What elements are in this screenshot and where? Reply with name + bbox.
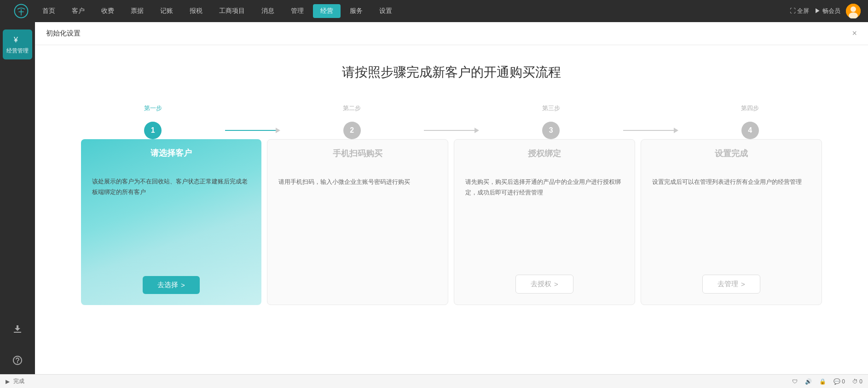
step3-label: 第三步	[542, 104, 560, 112]
sidebar-item-label: 经营管理	[6, 47, 29, 55]
chat-icon: 💬 0	[833, 378, 845, 385]
lock-icon: 🔒	[819, 378, 826, 385]
sidebar-bottom	[3, 319, 32, 374]
step1-card: 请选择客户 该处展示的客户为不在回收站、客户状态正常建账后完成老板端绑定的所有客…	[81, 139, 261, 305]
steps-area: 第一步 第二步 第三步 第四步 1	[53, 104, 850, 139]
step4-bubble: 4	[741, 122, 759, 139]
nav-items: 首页 客户 收费 票据 记账 报税 工商项目 消息 管理 经营 服务 设置	[35, 4, 790, 18]
page-title: 初始化设置	[46, 29, 81, 38]
volume-icon: 🔊	[805, 378, 812, 385]
step-bubbles-row: 1 2 3	[81, 122, 822, 139]
step4-card-footer: 去管理 >	[641, 275, 822, 294]
step3-action-btn[interactable]: 去授权 >	[515, 275, 573, 294]
step3-card-footer: 去授权 >	[454, 275, 635, 294]
nav-business[interactable]: 工商项目	[212, 4, 252, 18]
nav-tax[interactable]: 报税	[182, 4, 210, 18]
sidebar-support[interactable]	[3, 350, 32, 372]
time-icon: ⏱ 0	[852, 378, 862, 385]
nav-bill[interactable]: 票据	[123, 4, 151, 18]
step-cards: 请选择客户 该处展示的客户为不在回收站、客户状态正常建账后完成老板端绑定的所有客…	[53, 139, 850, 305]
sidebar-download[interactable]	[3, 319, 32, 341]
step1-card-body: 该处展示的客户为不在回收站、客户状态正常建账后完成老板端绑定的所有客户	[81, 167, 261, 207]
step4-card-body: 设置完成后可以在管理列表进行所有企业用户的经营管理	[641, 167, 822, 196]
sidebar-item-operation[interactable]: ¥ 经营管理	[3, 29, 32, 59]
nav-operation[interactable]: 经营	[313, 4, 341, 18]
svg-point-2	[851, 6, 856, 12]
step4-card-title: 设置完成	[641, 140, 822, 167]
step-labels-row: 第一步 第二步 第三步 第四步	[81, 104, 822, 117]
wizard-container: 请按照步骤完成新客户的开通购买流程 第一步 第二步 第三步 第四步	[35, 45, 868, 314]
right-status-area: 🛡 🔊 🔒 💬 0 ⏱ 0	[792, 378, 862, 385]
top-nav: 首页 客户 收费 票据 记账 报税 工商项目 消息 管理 经营 服务 设置 ⛶ …	[0, 0, 868, 22]
nav-service[interactable]: 服务	[342, 4, 370, 18]
step4-action-btn[interactable]: 去管理 >	[702, 275, 760, 294]
step1-bubble: 1	[144, 122, 162, 139]
step4-card: 设置完成 设置完成后可以在管理列表进行所有企业用户的经营管理 去管理 >	[641, 139, 822, 305]
close-button[interactable]: ×	[852, 29, 857, 38]
sidebar: ¥ 经营管理	[0, 22, 35, 388]
step2-label: 第二步	[343, 104, 361, 112]
step1-card-title: 请选择客户	[81, 139, 261, 167]
play-icon: ▶	[6, 378, 10, 385]
step3-card-body: 请先购买，购买后选择开通的产品中的企业用户进行授权绑定，成功后即可进行经营管理	[454, 167, 635, 207]
status-bar: ▶ 完成 🛡 🔊 🔒 💬 0 ⏱ 0	[0, 374, 868, 388]
nav-account[interactable]: 记账	[153, 4, 180, 18]
page-header: 初始化设置 ×	[35, 22, 868, 45]
step3-card: 授权绑定 请先购买，购买后选择开通的产品中的企业用户进行授权绑定，成功后即可进行…	[454, 139, 635, 305]
status-text: 完成	[13, 377, 24, 385]
step4-label: 第四步	[741, 104, 759, 112]
member-btn[interactable]: ▶ 畅会员	[815, 7, 840, 15]
step2-card-body: 请用手机扫码，输入小微企业主账号密码进行购买	[267, 167, 448, 196]
nav-fee[interactable]: 收费	[94, 4, 122, 18]
svg-text:¥: ¥	[13, 36, 18, 44]
nav-message[interactable]: 消息	[254, 4, 282, 18]
step1-card-footer: 去选择 >	[81, 276, 261, 294]
right-tools: ⛶ 全屏 ▶ 畅会员	[790, 4, 861, 18]
nav-settings[interactable]: 设置	[372, 4, 399, 18]
step1-label: 第一步	[144, 104, 162, 112]
shield-icon: 🛡	[792, 378, 798, 385]
nav-home[interactable]: 首页	[35, 4, 63, 18]
nav-manage[interactable]: 管理	[284, 4, 311, 18]
fullscreen-btn[interactable]: ⛶ 全屏	[790, 7, 810, 15]
step3-bubble: 3	[542, 122, 560, 139]
wizard-main-title: 请按照步骤完成新客户的开通购买流程	[53, 64, 850, 81]
step2-card-title: 手机扫码购买	[267, 140, 448, 167]
step2-bubble: 2	[343, 122, 361, 139]
step3-card-title: 授权绑定	[454, 140, 635, 167]
logo	[7, 4, 35, 18]
step1-action-btn[interactable]: 去选择 >	[143, 276, 200, 294]
step2-card: 手机扫码购买 请用手机扫码，输入小微企业主账号密码进行购买	[267, 139, 448, 305]
avatar[interactable]	[846, 4, 861, 18]
main-content: 初始化设置 × 请按照步骤完成新客户的开通购买流程 第一步 第二步 第三步	[35, 22, 868, 374]
nav-customer[interactable]: 客户	[64, 4, 92, 18]
